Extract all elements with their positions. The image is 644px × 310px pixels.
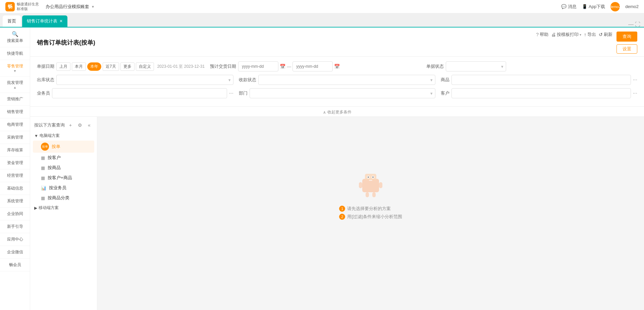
logo-text: 畅捷通好生意 标准版: [17, 2, 39, 11]
message-btn[interactable]: 💬 消息: [561, 4, 577, 10]
date-btn-this-month[interactable]: 本月: [72, 62, 86, 71]
help-btn[interactable]: ? 帮助: [536, 32, 548, 38]
sidebar-item-sales[interactable]: 销售管理: [0, 106, 30, 118]
sidebar: 🔍 搜索菜单 快捷导航 零售管理 ▼ 批发管理 ▲ 营销推广 销售管理 电商管理…: [0, 28, 30, 310]
sidebar-item-search[interactable]: 🔍 搜索菜单: [0, 28, 30, 47]
sidebar-item-ecommerce[interactable]: 电商管理: [0, 118, 30, 131]
tab-close-icon[interactable]: ✕: [59, 19, 63, 23]
sidebar-wholesale-label: 批发管理: [7, 80, 23, 86]
settings-solution-btn[interactable]: ⚙: [76, 121, 84, 129]
sidebar-basicinfo-label: 基础信息: [7, 186, 23, 191]
date-btn-last7[interactable]: 近7天: [103, 62, 119, 71]
solution-group-desktop: ▼ 电脑端方案 按单 按单 ▦ 按客户 ▦ 按商品: [30, 131, 97, 203]
expected-delivery-end[interactable]: [292, 61, 333, 71]
empty-hints: 1 请先选择要分析的方案 2 用[过滤]条件来缩小分析范围: [339, 205, 402, 221]
logo-icon: 畅: [5, 2, 15, 11]
goods-more-icon[interactable]: ···: [633, 77, 637, 83]
sidebar-item-marketing[interactable]: 营销推广: [0, 93, 30, 106]
sidebar-item-purchase[interactable]: 采购管理: [0, 131, 30, 144]
sidebar-quicknav-label: 快捷导航: [7, 51, 23, 56]
top-bar-right: 💬 消息 📱 App下载 demo2 demo2: [561, 2, 639, 11]
sidebar-purchase-label: 采购管理: [7, 135, 23, 140]
expected-delivery-group: 预计交货日期 📅 — 📅: [210, 61, 421, 71]
sidebar-item-guide[interactable]: 新手引导: [0, 220, 30, 233]
sidebar-item-inventory[interactable]: 库存核算: [0, 144, 30, 157]
by-goods-icon: ▦: [41, 165, 45, 170]
customer-input[interactable]: [451, 88, 631, 98]
solution-item-by-customer[interactable]: ▦ 按客户: [33, 153, 94, 163]
minimize-btn[interactable]: —: [629, 22, 633, 27]
solution-item-by-order[interactable]: 按单 按单: [33, 141, 94, 153]
avatar[interactable]: demo2: [610, 2, 620, 11]
expected-delivery-label: 预计交货日期: [210, 63, 236, 69]
export-btn[interactable]: ↑ 导出: [584, 32, 596, 38]
date-btn-last-month[interactable]: 上月: [56, 62, 70, 71]
wholesale-arrow-icon: ▲: [13, 86, 17, 89]
customer-more-icon[interactable]: ···: [633, 90, 637, 96]
sidebar-item-wechat[interactable]: 企业微信: [0, 246, 30, 259]
query-button[interactable]: 查询: [616, 32, 637, 42]
solution-item-by-goods-category[interactable]: ▦ 按商品分类: [33, 193, 94, 203]
solution-group-desktop-title[interactable]: ▼ 电脑端方案: [33, 131, 94, 141]
salesman-more-icon[interactable]: ···: [229, 90, 233, 96]
filter-row-2: 出库状态 ▾ 收款状态 ▾: [37, 75, 637, 85]
sidebar-item-member[interactable]: 畅会员: [0, 259, 30, 271]
order-status-select[interactable]: [446, 61, 506, 71]
calendar-end-icon[interactable]: 📅: [334, 64, 340, 69]
sidebar-inventory-label: 库存核算: [7, 147, 23, 153]
sidebar-item-enterprise[interactable]: 企业协同: [0, 208, 30, 220]
page-actions-wrap: ? 帮助 🖨 按模板打印 ▾ ↑ 导出 ↺ 刷新: [536, 32, 637, 54]
sidebar-item-operation[interactable]: 经营管理: [0, 169, 30, 182]
solution-item-by-goods[interactable]: ▦ 按商品: [33, 163, 94, 173]
receipt-status-select[interactable]: [258, 75, 435, 85]
page-header: 销售订单统计表(按单) ? 帮助 🖨 按模板打印 ▾ ↑ 导出: [30, 28, 644, 57]
sidebar-item-wholesale[interactable]: 批发管理 ▲: [0, 76, 30, 93]
solution-item-by-customer-goods[interactable]: ▦ 按客户+商品: [33, 173, 94, 183]
solution-group-mobile-title[interactable]: ▶ 移动端方案: [33, 203, 94, 213]
sidebar-item-retail[interactable]: 零售管理 ▼: [0, 60, 30, 76]
sidebar-item-quick-nav[interactable]: 快捷导航: [0, 47, 30, 60]
template-print-btn[interactable]: 🖨 按模板打印 ▾: [551, 32, 581, 38]
sidebar-ecommerce-label: 电商管理: [7, 122, 23, 127]
sidebar-item-finance[interactable]: 资金管理: [0, 157, 30, 169]
svg-rect-6: [369, 180, 372, 181]
goods-input[interactable]: [451, 75, 631, 85]
tab-home-label: 首页: [7, 18, 16, 24]
industry-label: 办公用品行业模拟账套: [46, 4, 89, 10]
sidebar-appcenter-label: 应用中心: [7, 237, 23, 242]
app-download-btn[interactable]: 📱 App下载: [582, 4, 605, 10]
panel-title: 按以下方案查询: [34, 122, 65, 128]
tab-bar: 首页 销售订单统计表 ✕ — ⛶: [0, 13, 644, 28]
add-solution-btn[interactable]: +: [67, 121, 74, 129]
sidebar-marketing-label: 营销推广: [7, 96, 23, 102]
out-status-select[interactable]: [56, 75, 233, 85]
department-select[interactable]: [250, 88, 435, 98]
sidebar-item-system[interactable]: 系统管理: [0, 195, 30, 208]
collapse-bar[interactable]: ∧ 收起更多条件: [30, 107, 644, 117]
maximize-btn[interactable]: ⛶: [635, 22, 640, 27]
phone-icon: 📱: [582, 4, 587, 9]
customer-group: 客户 ···: [441, 88, 637, 98]
settings-button[interactable]: 设置: [616, 44, 637, 54]
date-btn-custom[interactable]: 自定义: [136, 62, 154, 71]
sidebar-operation-label: 经营管理: [7, 173, 23, 178]
receipt-status-select-wrap: ▾: [258, 75, 435, 85]
help-icon: ?: [536, 32, 539, 37]
tab-sales-order-stat[interactable]: 销售订单统计表 ✕: [22, 15, 67, 27]
order-status-group: 单据状态 ▾: [426, 61, 637, 71]
refresh-btn[interactable]: ↺ 刷新: [599, 32, 612, 38]
calendar-start-icon[interactable]: 📅: [280, 64, 285, 69]
query-btn-wrap: 查询 设置: [616, 32, 637, 54]
tab-home[interactable]: 首页: [3, 15, 21, 27]
solution-item-by-salesman[interactable]: 📊 按业务员: [33, 183, 94, 193]
collapse-panel-btn[interactable]: «: [86, 121, 93, 129]
sidebar-item-appcenter[interactable]: 应用中心: [0, 233, 30, 246]
industry-dropdown-icon[interactable]: ▾: [92, 4, 94, 9]
out-status-label: 出库状态: [37, 77, 54, 83]
date-btn-this-year[interactable]: 本年: [87, 62, 101, 71]
salesman-input[interactable]: [52, 88, 227, 98]
sidebar-item-basicinfo[interactable]: 基础信息: [0, 182, 30, 195]
expected-delivery-start[interactable]: [238, 61, 278, 71]
empty-hint-2: 2 用[过滤]条件来缩小分析范围: [339, 213, 402, 221]
date-btn-more[interactable]: 更多: [120, 62, 135, 71]
